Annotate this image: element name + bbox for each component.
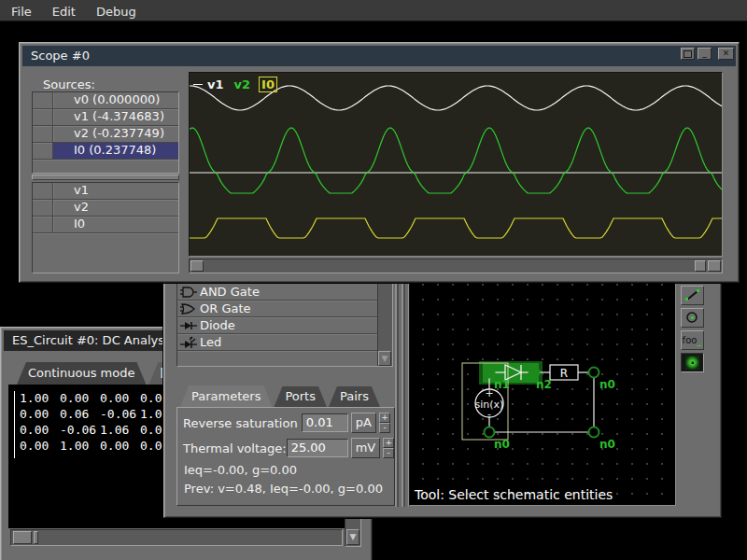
matrix-cell: 0.06 bbox=[60, 406, 100, 422]
component-scrollbar[interactable]: ▼ bbox=[377, 284, 392, 366]
es-horizontal-scrollbar[interactable] bbox=[10, 529, 343, 546]
thermal-voltage-unit-button[interactable]: mV bbox=[351, 438, 381, 458]
spinner-up-button[interactable]: + bbox=[383, 438, 394, 448]
menu-edit[interactable]: Edit bbox=[43, 3, 85, 21]
tab-pairs[interactable]: Pairs bbox=[329, 386, 380, 407]
matrix-cell: 0.00 bbox=[100, 438, 140, 454]
or-gate-icon bbox=[177, 302, 200, 315]
menu-debug[interactable]: Debug bbox=[87, 3, 146, 21]
scope-window-title: Scope #0 bbox=[31, 49, 90, 63]
list-item-label: v2 (-0.237749) bbox=[53, 126, 178, 142]
component-item-or-gate[interactable]: OR Gate bbox=[177, 301, 378, 317]
list-item-label: v2 bbox=[53, 200, 178, 216]
list-item[interactable]: v2 (-0.237749) bbox=[33, 126, 178, 143]
sources-list: v0 (0.000000)v1 (-4.374683)v2 (-0.237749… bbox=[32, 91, 179, 174]
es-hscroll-grip[interactable] bbox=[34, 531, 38, 544]
tab-ports[interactable]: Ports bbox=[274, 386, 327, 407]
thermal-voltage-spinner: + - bbox=[383, 438, 394, 458]
component-tool-button[interactable] bbox=[681, 353, 704, 372]
node-tool-icon bbox=[683, 310, 702, 326]
list-item-gutter bbox=[33, 126, 53, 142]
component-item-and-gate[interactable]: AND Gate bbox=[177, 284, 378, 301]
diode-icon bbox=[177, 319, 200, 332]
component-item-diode[interactable]: Diode bbox=[177, 317, 378, 334]
traces-list: v1v2I0 bbox=[32, 182, 179, 273]
scope-hscroll-thumb[interactable] bbox=[190, 260, 204, 272]
component-item-label: Led bbox=[200, 335, 221, 349]
thermal-voltage-input[interactable]: 25.00 bbox=[287, 439, 348, 457]
node-label: n0 bbox=[599, 378, 615, 391]
schematic-toolbar: foo_ bbox=[676, 283, 708, 506]
list-item[interactable]: v0 (0.000000) bbox=[33, 92, 178, 109]
component-item-led[interactable]: Led bbox=[177, 334, 378, 351]
label-tool-icon: foo_ bbox=[683, 336, 702, 345]
scroll-down-arrow-icon[interactable]: ▼ bbox=[378, 351, 391, 366]
tab-continuous-mode[interactable]: Continuous mode bbox=[17, 362, 146, 385]
prev-info-line: Prev: v=0.48, Ieq=-0.00, g=0.00 bbox=[184, 482, 394, 496]
resistor-symbol[interactable]: R bbox=[550, 365, 578, 380]
thermal-voltage-row: Thermal voltage: 25.00 mV + - bbox=[183, 438, 390, 458]
tool-status-text: Tool: Select schematic entities bbox=[415, 487, 613, 502]
reverse-saturation-input[interactable]: 0.01 bbox=[302, 413, 348, 432]
wire-tool-button[interactable] bbox=[681, 286, 704, 305]
list-item-gutter bbox=[33, 200, 53, 216]
scope-window: Scope #0 _ ✕ Sources: v0 (0.000000)v1 (-… bbox=[19, 42, 740, 283]
maximize-button[interactable] bbox=[681, 48, 695, 60]
minimize-button[interactable]: _ bbox=[698, 48, 712, 60]
legend-v2[interactable]: v2 bbox=[233, 77, 253, 91]
legend-v1[interactable]: v1 bbox=[205, 77, 226, 91]
list-item[interactable]: I0 bbox=[33, 217, 178, 233]
and-gate-icon bbox=[177, 286, 200, 299]
tab-parameters[interactable]: Parameters bbox=[180, 385, 272, 407]
spinner-down-button[interactable]: - bbox=[383, 448, 394, 458]
svg-text:-: - bbox=[487, 408, 491, 420]
scroll-down-arrow-icon[interactable]: ▼ bbox=[346, 529, 359, 545]
scope-display[interactable]: v1v2I0 bbox=[189, 72, 723, 257]
matrix-cell: 0.00 bbox=[20, 438, 60, 454]
list-item[interactable]: I0 (0.237748) bbox=[33, 143, 178, 160]
list-item[interactable]: v1 bbox=[33, 183, 178, 200]
wire-tool-icon bbox=[683, 287, 702, 303]
list-item-gutter bbox=[33, 109, 53, 125]
scope-window-titlebar[interactable]: Scope #0 bbox=[22, 46, 736, 66]
scope-hscroll-grip[interactable] bbox=[695, 260, 706, 272]
es-hscroll-thumb[interactable] bbox=[13, 531, 32, 544]
node-label: n1 bbox=[494, 378, 510, 391]
scope-hscroll-grip2[interactable] bbox=[708, 260, 721, 272]
list-item[interactable]: v1 (-4.374683) bbox=[33, 109, 178, 126]
node-tool-button[interactable] bbox=[681, 308, 704, 328]
scope-legend: v1v2I0 bbox=[193, 77, 277, 92]
component-tool-icon bbox=[683, 355, 702, 371]
matrix-row: 0.001.000.000.00 bbox=[20, 438, 180, 454]
close-button[interactable]: ✕ bbox=[718, 48, 734, 60]
component-item-label: AND Gate bbox=[200, 285, 260, 299]
menu-file[interactable]: File bbox=[2, 3, 41, 21]
component-list: AND GateOR GateDiodeLed ▼ bbox=[176, 283, 393, 367]
reverse-saturation-unit-button[interactable]: pA bbox=[351, 413, 376, 433]
spinner-up-button[interactable]: + bbox=[379, 413, 390, 423]
sources-splitter[interactable] bbox=[32, 175, 179, 180]
matrix-values: 1.000.000.000.000.000.06-0.061.000.00-0.… bbox=[20, 390, 180, 454]
list-item-gutter bbox=[33, 217, 53, 232]
component-item-label: OR Gate bbox=[200, 301, 251, 315]
panel-splitter[interactable] bbox=[395, 283, 409, 507]
schematic-drawing: R + sin(x) - n1n2n0n0n0 bbox=[410, 284, 675, 505]
schematic-canvas[interactable]: R + sin(x) - n1n2n0n0n0 Tool: Select sch… bbox=[409, 283, 676, 506]
components-window: AND GateOR GateDiodeLed ▼ ParametersPort… bbox=[163, 274, 722, 518]
scope-horizontal-scrollbar[interactable] bbox=[189, 259, 723, 273]
reverse-saturation-spinner: + - bbox=[379, 413, 390, 433]
matrix-cell: 0.00 bbox=[100, 390, 140, 406]
list-item[interactable]: v2 bbox=[33, 200, 178, 217]
matrix-cell: -0.06 bbox=[60, 422, 100, 438]
legend-i0[interactable]: I0 bbox=[259, 77, 277, 92]
component-item-label: Diode bbox=[200, 318, 235, 332]
matrix-cell: 1.06 bbox=[100, 422, 140, 438]
menu-bar: FileEditDebug bbox=[0, 0, 747, 21]
label-tool-button[interactable]: foo_ bbox=[681, 330, 704, 350]
spinner-down-button[interactable]: - bbox=[379, 423, 390, 433]
trace-i0 bbox=[190, 218, 722, 238]
matrix-cell: 1.00 bbox=[20, 390, 60, 406]
list-item-gutter bbox=[33, 143, 53, 159]
voltage-source-symbol[interactable]: + sin(x) - bbox=[475, 387, 504, 420]
component-rows: AND GateOR GateDiodeLed bbox=[177, 284, 378, 351]
